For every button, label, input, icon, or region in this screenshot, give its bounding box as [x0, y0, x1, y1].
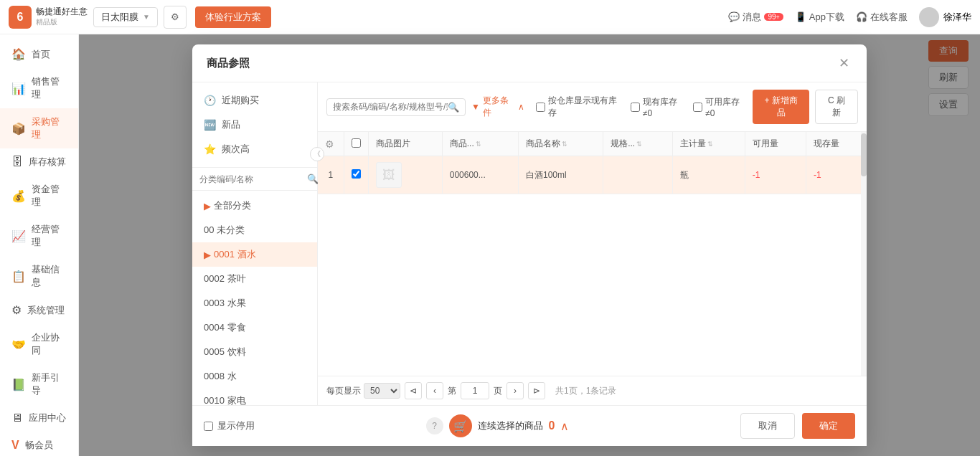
cancel-button[interactable]: 取消 [740, 413, 795, 439]
sidebar-item-inventory[interactable]: 🗄 库存核算 [0, 148, 78, 176]
category-item-liquor[interactable]: ▶ 0001 酒水 [192, 242, 317, 267]
filter-more-btn[interactable]: ▼ 更多条件 ∧ [471, 95, 524, 119]
select-all-checkbox[interactable] [352, 138, 361, 148]
refresh-btn[interactable]: C 刷新 [815, 90, 858, 124]
category-search-input[interactable] [199, 174, 307, 184]
scrollbar-thumb[interactable] [861, 133, 867, 176]
table-row[interactable]: 1 🖼 [318, 156, 867, 194]
td-name: 白酒100ml [519, 156, 603, 194]
sidebar-item-home[interactable]: 🏠 首页 [0, 40, 78, 68]
category-item-appliance[interactable]: 0010 家电 [192, 389, 317, 405]
modal-overlay: 商品参照 ✕ 🕐 近期购买 🆕 [79, 34, 980, 456]
sidebar-item-sales[interactable]: 📊 销售管理 [0, 68, 78, 108]
sidebar-item-member[interactable]: V 畅会员 [0, 432, 78, 456]
td-num: 1 [318, 156, 344, 194]
first-page-btn[interactable]: ⊲ [405, 382, 422, 399]
headset-icon: 🎧 [856, 11, 867, 22]
filter-arrow-icon: ∧ [518, 102, 524, 112]
user-name: 徐泽华 [943, 11, 971, 24]
td-spec [603, 156, 673, 194]
sidebar-item-guide[interactable]: 📗 新手引导 [0, 364, 78, 404]
th-name: 商品名称 ⇅ [519, 132, 603, 156]
category-item-fruit[interactable]: 0003 水果 [192, 291, 317, 315]
footer-center: ? 🛒 连续选择的商品 0 ∧ [426, 414, 570, 437]
selector-arrow-icon: ▼ [143, 13, 150, 21]
sort-icon[interactable]: ⇅ [707, 141, 713, 148]
show-disabled-checkbox[interactable]: 显示停用 [204, 419, 255, 432]
filter-icon: ▼ [471, 102, 480, 112]
app-download-nav-item[interactable]: 📱 App下载 [795, 11, 844, 24]
table-settings-icon[interactable]: ⚙ [325, 138, 334, 150]
sidebar-item-finance[interactable]: 💰 资金管理 [0, 176, 78, 216]
search-icon[interactable]: 🔍 [448, 102, 459, 113]
th-checkbox [344, 132, 368, 156]
checkbox-usable-nonzero-input[interactable] [693, 103, 702, 112]
online-service-nav-item[interactable]: 🎧 在线客服 [856, 11, 908, 24]
settings-nav-button[interactable]: ⚙ [164, 6, 187, 29]
user-area[interactable]: 徐泽华 [919, 7, 971, 27]
category-item-beverage[interactable]: 0005 饮料 [192, 340, 317, 364]
category-item-snack[interactable]: 0004 零食 [192, 315, 317, 340]
checkbox-usable-nonzero[interactable]: 可用库存≠0 [693, 96, 747, 118]
checkbox-available-nonzero-input[interactable] [631, 103, 640, 112]
experience-btn[interactable]: 体验行业方案 [195, 6, 271, 28]
tab-new-products[interactable]: 🆕 新品 [192, 113, 317, 137]
category-list: ▶ 全部分类 00 未分类 ▶ 0001 酒水 0002 茶 [192, 191, 317, 405]
th-spec-label: 规格... [611, 138, 635, 150]
last-page-btn[interactable]: ⊳ [528, 382, 545, 399]
checkbox-by-warehouse-input[interactable] [536, 103, 545, 112]
member-icon: V [11, 439, 19, 452]
td-checkbox [344, 156, 368, 194]
sort-icon[interactable]: ⇅ [636, 141, 642, 148]
checkbox-filters: 按仓库显示现有库存 现有库存≠0 可用库存≠0 [536, 95, 747, 119]
scrollbar-track[interactable] [861, 132, 867, 376]
checkbox-by-warehouse[interactable]: 按仓库显示现有库存 [536, 95, 622, 119]
sidebar: 🏠 首页 📊 销售管理 📦 采购管理 🗄 库存核算 💰 资金管理 📈 经营管理 … [0, 34, 79, 456]
cart-button[interactable]: 🛒 [449, 414, 472, 437]
sidebar-item-system[interactable]: ⚙ 系统管理 [0, 296, 78, 324]
content-area: 查询 刷新 设置 商品参照 ✕ 🕐 [79, 34, 980, 456]
category-item-all[interactable]: ▶ 全部分类 [192, 194, 317, 218]
per-page-select[interactable]: 20 50 100 [364, 383, 400, 399]
checkbox-available-nonzero[interactable]: 现有库存≠0 [631, 96, 684, 118]
category-search-icon[interactable]: 🔍 [307, 174, 319, 184]
footer-collapse-icon[interactable]: ∧ [560, 419, 569, 433]
category-item-tea[interactable]: 0002 茶叶 [192, 267, 317, 291]
modal-close-button[interactable]: ✕ [835, 54, 852, 72]
product-search-input[interactable] [333, 102, 448, 112]
operation-icon: 📈 [11, 229, 26, 243]
td-image: 🖼 [368, 156, 442, 194]
help-icon[interactable]: ? [426, 417, 443, 434]
category-item-uncategorized[interactable]: 00 未分类 [192, 218, 317, 242]
row-checkbox[interactable] [352, 169, 361, 179]
sidebar-item-purchase[interactable]: 📦 采购管理 [0, 108, 78, 148]
message-nav-item[interactable]: 💬 消息 99+ [728, 11, 783, 24]
td-unit: 瓶 [673, 156, 745, 194]
image-placeholder-icon: 🖼 [382, 168, 395, 183]
next-page-btn[interactable]: › [507, 382, 524, 399]
sidebar-item-basic[interactable]: 📋 基础信息 [0, 256, 78, 296]
logo-title: 畅捷通好生意 [36, 6, 88, 18]
store-selector[interactable]: 日太阳膜 ▼ [93, 7, 158, 27]
category-label: 00 未分类 [204, 224, 245, 237]
tab-high-frequency[interactable]: ⭐ 频次高 [192, 137, 317, 161]
collapse-panel-button[interactable]: 《 [310, 147, 324, 161]
add-product-btn[interactable]: + 新增商品 [753, 90, 809, 124]
category-item-water[interactable]: 0008 水 [192, 364, 317, 389]
confirm-button[interactable]: 确定 [802, 413, 855, 439]
page-number-input[interactable] [461, 382, 489, 399]
page-size-selector: 每页显示 20 50 100 [326, 383, 400, 399]
pagination: 每页显示 20 50 100 ⊲ ‹ 第 页 [318, 376, 867, 405]
checkbox-usable-nonzero-label: 可用库存≠0 [705, 96, 747, 118]
sort-icon[interactable]: ⇅ [562, 141, 567, 148]
sidebar-item-enterprise[interactable]: 🤝 企业协同 [0, 324, 78, 364]
sort-icon[interactable]: ⇅ [476, 141, 481, 148]
sidebar-item-appstore[interactable]: 🖥 应用中心 [0, 404, 78, 432]
sidebar-item-operation[interactable]: 📈 经营管理 [0, 216, 78, 256]
page-suffix: 页 [494, 385, 502, 397]
prev-page-btn[interactable]: ‹ [426, 382, 443, 399]
sidebar-item-label: 新手引导 [32, 371, 67, 397]
th-code: 商品... ⇅ [442, 132, 518, 156]
tab-recent-purchase[interactable]: 🕐 近期购买 [192, 88, 317, 113]
show-disabled-input[interactable] [204, 422, 213, 431]
